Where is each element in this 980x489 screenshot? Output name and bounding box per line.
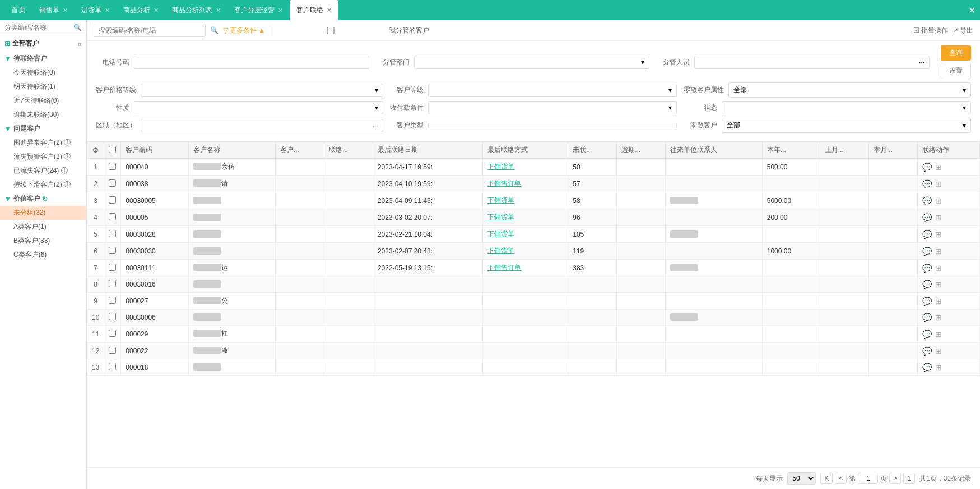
- last-method-link[interactable]: 下销货单: [487, 213, 514, 221]
- chat-icon[interactable]: 💬: [922, 347, 932, 356]
- filter-status-select[interactable]: ▾: [722, 101, 971, 114]
- row-checkbox[interactable]: [109, 163, 116, 170]
- last-method-link[interactable]: 下销货单: [487, 230, 514, 238]
- all-customers-header[interactable]: ⊞ 全部客户 «: [0, 35, 86, 52]
- sidebar-item-7days[interactable]: 近7天待联络(0): [0, 94, 86, 108]
- chat-icon[interactable]: 💬: [922, 179, 932, 188]
- grid-action-icon[interactable]: ⊞: [935, 230, 942, 239]
- select-all-checkbox[interactable]: [109, 146, 116, 153]
- filter-person-select[interactable]: ···: [694, 56, 930, 69]
- sidebar-item-c-class[interactable]: C类客户(6): [0, 248, 86, 262]
- row-checkbox-cell[interactable]: [104, 343, 121, 359]
- col-gear[interactable]: ⚙: [87, 142, 104, 159]
- tab-product-analysis-list-close[interactable]: ✕: [216, 7, 221, 14]
- group-problem-customers[interactable]: ▼ 问题客户: [0, 122, 86, 136]
- row-checkbox-cell[interactable]: [104, 159, 121, 176]
- sidebar-item-tomorrow[interactable]: 明天待联络(1): [0, 80, 86, 94]
- my-customers-checkbox[interactable]: [275, 27, 387, 34]
- grid-action-icon[interactable]: ⊞: [935, 363, 942, 372]
- prev-page-btn[interactable]: <: [835, 473, 847, 484]
- row-checkbox[interactable]: [109, 264, 116, 271]
- reset-button[interactable]: 设置: [941, 63, 971, 79]
- chat-icon[interactable]: 💬: [922, 264, 932, 273]
- sidebar-search-icon[interactable]: 🔍: [73, 24, 82, 31]
- tab-customer-contact[interactable]: 客户联络 ✕: [290, 0, 338, 20]
- filter-customer-level-select[interactable]: ▾: [428, 84, 677, 97]
- tab-product-analysis-close[interactable]: ✕: [154, 7, 159, 14]
- chat-icon[interactable]: 💬: [922, 230, 932, 239]
- filter-customer-type-select[interactable]: [428, 123, 677, 128]
- next-page-btn[interactable]: >: [889, 473, 901, 484]
- row-checkbox[interactable]: [109, 213, 116, 220]
- row-checkbox-cell[interactable]: [104, 276, 121, 293]
- row-checkbox-cell[interactable]: [104, 326, 121, 343]
- sidebar-item-churned[interactable]: 已流失客户(24) ⓘ: [0, 164, 86, 178]
- last-method-link[interactable]: 下销货单: [487, 196, 514, 204]
- row-checkbox-cell[interactable]: [104, 293, 121, 310]
- chat-icon[interactable]: 💬: [922, 297, 932, 306]
- grid-action-icon[interactable]: ⊞: [935, 196, 942, 205]
- filter-payment-select[interactable]: ▾: [428, 101, 677, 114]
- filter-retail-customer-select[interactable]: 全部 ▾: [722, 118, 971, 133]
- export-btn[interactable]: ↗ 导出: [953, 26, 973, 35]
- row-checkbox-cell[interactable]: [104, 310, 121, 326]
- nav-close-icon[interactable]: ✕: [968, 5, 976, 16]
- tab-sales[interactable]: 销售单 ✕: [32, 0, 75, 20]
- chat-icon[interactable]: 💬: [922, 280, 932, 289]
- grid-action-icon[interactable]: ⊞: [935, 313, 942, 322]
- chat-icon[interactable]: 💬: [922, 196, 932, 205]
- sidebar-search-bar[interactable]: 🔍: [0, 20, 86, 35]
- group-pending-contact[interactable]: ▼ 待联络客户: [0, 52, 86, 66]
- first-page-btn[interactable]: K: [820, 473, 833, 484]
- grid-action-icon[interactable]: ⊞: [935, 297, 942, 306]
- filter-region-select[interactable]: ···: [141, 119, 383, 132]
- last-method-link[interactable]: 下销售订单: [487, 264, 521, 271]
- sidebar-item-b-class[interactable]: B类客户(33): [0, 234, 86, 248]
- grid-action-icon[interactable]: ⊞: [935, 264, 942, 273]
- row-checkbox-cell[interactable]: [104, 243, 121, 260]
- col-check[interactable]: [104, 142, 121, 159]
- row-checkbox-cell[interactable]: [104, 359, 121, 376]
- grid-action-icon[interactable]: ⊞: [935, 247, 942, 256]
- sidebar-item-a-class[interactable]: A类客户(1): [0, 220, 86, 234]
- chat-icon[interactable]: 💬: [922, 330, 932, 339]
- tab-customer-segment[interactable]: 客户分层经营 ✕: [227, 0, 290, 20]
- row-checkbox[interactable]: [109, 280, 116, 287]
- last-page-btn[interactable]: 1: [903, 473, 915, 484]
- filter-nature-select[interactable]: ▾: [134, 101, 383, 114]
- filter-phone-input[interactable]: [134, 56, 369, 69]
- filter-search-icon[interactable]: 🔍: [210, 26, 219, 34]
- tab-customer-contact-close[interactable]: ✕: [327, 7, 332, 14]
- group-value-customers[interactable]: ▼ 价值客户 ↻: [0, 192, 86, 206]
- tab-purchase[interactable]: 进货单 ✕: [75, 0, 117, 20]
- chat-icon[interactable]: 💬: [922, 363, 932, 372]
- filter-price-level-select[interactable]: ▾: [141, 84, 383, 97]
- row-checkbox-cell[interactable]: [104, 176, 121, 192]
- batch-op-btn[interactable]: ☑ 批量操作: [913, 26, 948, 35]
- last-method-link[interactable]: 下销货单: [487, 163, 514, 170]
- home-tab[interactable]: 首页: [4, 0, 32, 20]
- per-page-select[interactable]: 50 20 100: [787, 472, 816, 485]
- tab-customer-segment-close[interactable]: ✕: [278, 7, 283, 14]
- current-page-input[interactable]: [858, 473, 878, 484]
- search-input[interactable]: [94, 24, 206, 37]
- grid-action-icon[interactable]: ⊞: [935, 213, 942, 222]
- gear-icon[interactable]: ⚙: [92, 146, 99, 154]
- sidebar-item-today[interactable]: 今天待联络(0): [0, 66, 86, 80]
- my-customers-checkbox-label[interactable]: 我分管的客户: [275, 26, 429, 35]
- grid-action-icon[interactable]: ⊞: [935, 330, 942, 339]
- grid-action-icon[interactable]: ⊞: [935, 280, 942, 289]
- row-checkbox-cell[interactable]: [104, 192, 121, 209]
- row-checkbox[interactable]: [109, 196, 116, 204]
- chat-icon[interactable]: 💬: [922, 213, 932, 222]
- sidebar-item-churn-warning[interactable]: 流失预警客户(3) ⓘ: [0, 150, 86, 164]
- row-checkbox[interactable]: [109, 179, 116, 187]
- refresh-icon[interactable]: ↻: [42, 195, 48, 203]
- row-checkbox-cell[interactable]: [104, 260, 121, 276]
- last-method-link[interactable]: 下销售订单: [487, 179, 521, 187]
- last-method-link[interactable]: 下销货单: [487, 247, 514, 255]
- chat-icon[interactable]: 💬: [922, 313, 932, 322]
- row-checkbox[interactable]: [109, 313, 116, 320]
- row-checkbox-cell[interactable]: [104, 226, 121, 243]
- tab-sales-close[interactable]: ✕: [63, 7, 68, 14]
